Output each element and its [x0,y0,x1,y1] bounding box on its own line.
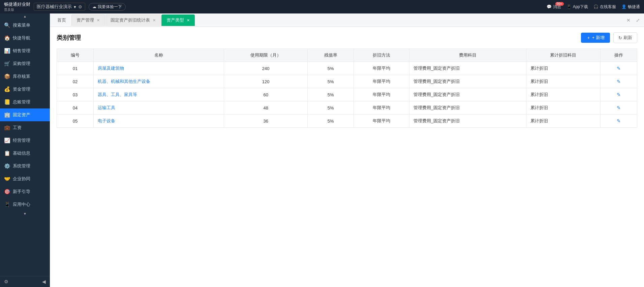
col-header-code: 编号 [57,49,94,62]
edit-icon[interactable]: ✎ [617,118,621,124]
cell-subject: 管理费用_固定资产折旧 [409,62,526,75]
close-tab-icon[interactable]: ✕ [97,18,100,23]
table-row: 03 器具、工具、家具等 60 5% 年限平均 管理费用_固定资产折旧 累计折旧… [57,88,637,101]
dropdown-icon: ▾ [74,4,76,9]
edit-icon[interactable]: ✎ [617,66,621,71]
money-icon: 💰 [4,86,10,92]
sidebar-item-label: 采购管理 [13,61,30,67]
cell-accum: 累计折旧 [526,62,600,75]
col-header-subject: 费用科目 [409,49,526,62]
app-download-btn[interactable]: 📱 App下载 [566,4,588,10]
message-badge: 99+ [555,2,564,6]
close-window-icon[interactable]: ✕ [625,16,632,24]
collapse-sidebar-icon[interactable]: ◀ [42,279,46,284]
page-actions: ＋ + 新增 ↻ 刷新 [581,32,637,43]
edit-icon[interactable]: ✎ [617,105,621,110]
sidebar-item-operation[interactable]: 📈 经营管理 [0,134,50,147]
sidebar-item-label: 经营管理 [13,137,30,144]
col-header-action: 操作 [600,49,637,62]
close-tab-icon[interactable]: ✕ [187,18,190,23]
sidebar-item-basic-info[interactable]: 📋 基础信息 [0,147,50,160]
cell-action: ✎ [600,75,637,88]
sidebar-item-label: 企业协同 [13,176,30,182]
cell-residual: 5% [308,101,354,115]
topbar: 畅捷通好业财 普及版 医疗器械行业演示 ▾ ⚙ ☁ 我要体验一下 💬 消息 99… [0,0,644,13]
sidebar-item-label: 系统管理 [13,163,30,169]
cell-method: 年限平均 [354,115,409,128]
table-row: 04 运输工具 48 5% 年限平均 管理费用_固定资产折旧 累计折旧 ✎ [57,101,637,115]
cell-name: 器具、工具、家具等 [94,88,224,101]
try-button[interactable]: ☁ 我要体验一下 [89,3,126,11]
company-selector[interactable]: 医疗器械行业演示 ▾ ⚙ [34,3,85,11]
cart-icon: 🛒 [4,61,10,67]
user-icon: 👤 [621,4,626,9]
sidebar-item-sales[interactable]: 📊 销售管理 [0,44,50,57]
cell-subject: 管理费用_固定资产折旧 [409,101,526,115]
cell-residual: 5% [308,75,354,88]
sidebar-item-system[interactable]: ⚙️ 系统管理 [0,160,50,172]
cell-method: 年限平均 [354,75,409,88]
sidebar-item-label: 工资 [13,125,22,131]
sidebar-item-search-menu[interactable]: 🔍 搜索菜单 [0,19,50,32]
sidebar-item-inventory[interactable]: 📦 库存核算 [0,70,50,83]
edit-icon[interactable]: ✎ [617,79,621,84]
guide-icon: 🎯 [4,189,10,195]
sidebar-item-purchase[interactable]: 🛒 采购管理 [0,57,50,70]
sidebar-item-label: 应用中心 [13,201,30,208]
message-icon: 💬 [547,4,552,9]
refresh-icon: ↻ [618,35,622,40]
sidebar-item-label: 快捷导航 [13,35,30,41]
sidebar-item-capital[interactable]: 💰 资金管理 [0,83,50,96]
cell-period: 240 [224,62,308,75]
sidebar-item-app-center[interactable]: 📱 应用中心 [0,198,50,211]
sidebar-item-label: 销售管理 [13,48,30,54]
sidebar-scroll-up[interactable]: ▲ [0,13,50,19]
search-icon: 🔍 [4,22,10,28]
sidebar-item-salary[interactable]: 💼 工资 [0,121,50,134]
user-btn[interactable]: 👤 畅捷通 [621,4,640,10]
edit-icon[interactable]: ✎ [617,92,621,97]
tab-asset-mgmt[interactable]: 资产管理 ✕ [71,14,105,26]
sidebar-item-enterprise[interactable]: 🤝 企业协同 [0,172,50,185]
tab-depreciation[interactable]: 固定资产折旧统计表 ✕ [105,14,161,26]
cell-subject: 管理费用_固定资产折旧 [409,75,526,88]
sidebar-item-guide[interactable]: 🎯 新手引导 [0,185,50,198]
cell-accum: 累计折旧 [526,88,600,101]
sidebar-item-quick-nav[interactable]: 🏠 快捷导航 [0,32,50,44]
cell-action: ✎ [600,101,637,115]
col-header-name: 名称 [94,49,224,62]
settings-icon[interactable]: ⚙ [78,4,82,9]
cell-method: 年限平均 [354,101,409,115]
cloud-icon: ☁ [92,4,96,9]
briefcase-icon: 💼 [4,125,10,131]
expand-icon[interactable]: ⤢ [635,16,641,24]
close-tab-icon[interactable]: ✕ [153,18,156,23]
add-button[interactable]: ＋ + 新增 [581,33,610,43]
mobile-icon: 📱 [4,201,10,208]
cell-name: 机器、机械和其他生产设备 [94,75,224,88]
cell-action: ✎ [600,62,637,75]
info-icon: 📋 [4,150,10,156]
topbar-right: 💬 消息 99+ 📱 App下载 🎧 在线客服 👤 畅捷通 [547,4,640,10]
cell-residual: 5% [308,115,354,128]
sidebar-item-ledger[interactable]: 📒 总账管理 [0,96,50,108]
message-btn[interactable]: 💬 消息 99+ [547,4,561,10]
cell-name: 房屋及建筑物 [94,62,224,75]
page-header: 类别管理 ＋ + 新增 ↻ 刷新 [57,32,637,43]
cell-code: 04 [57,101,94,115]
headset-icon: 🎧 [593,4,599,9]
cell-residual: 5% [308,62,354,75]
trending-icon: 📈 [4,137,10,144]
tabbar: 首页 资产管理 ✕ 固定资产折旧统计表 ✕ 资产类型 ✕ ✕ ⤢ [50,13,644,27]
cell-subject: 管理费用_固定资产折旧 [409,115,526,128]
sidebar-scroll-down[interactable]: ▼ [0,211,50,216]
tab-home[interactable]: 首页 [53,14,71,26]
tab-label: 资产类型 [166,17,184,23]
sidebar-item-fixed-assets[interactable]: 🏢 固定资产 [0,108,50,121]
cell-residual: 5% [308,88,354,101]
online-service-btn[interactable]: 🎧 在线客服 [593,4,616,10]
cell-action: ✎ [600,88,637,101]
tab-asset-type[interactable]: 资产类型 ✕ [161,14,195,26]
refresh-button[interactable]: ↻ 刷新 [613,32,637,43]
settings-bottom-icon[interactable]: ⚙ [4,279,8,284]
